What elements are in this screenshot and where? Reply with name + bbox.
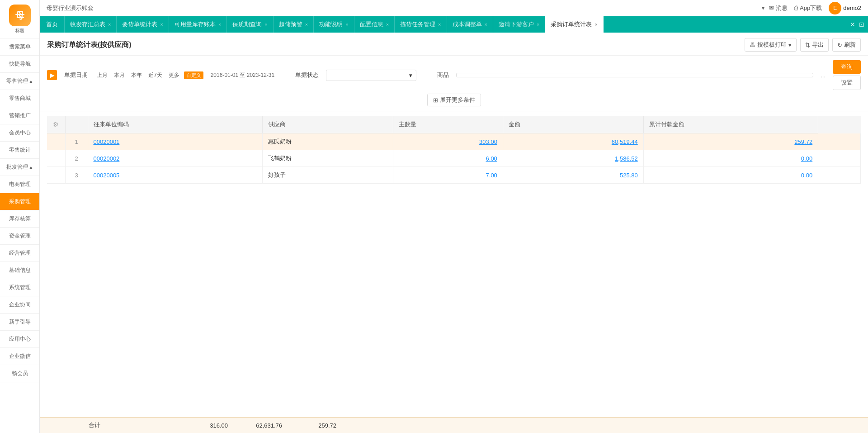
table-row[interactable]: 3 00020005 好孩子 7.00 525.80 0.00	[47, 167, 861, 184]
sidebar-item-retail[interactable]: 零售管理▲	[0, 73, 39, 90]
tab-demand-summary[interactable]: 要货单统计表×	[117, 16, 169, 33]
sidebar-item-appcenter[interactable]: 应用中心	[0, 331, 39, 348]
qty-col-header: 主数量	[393, 116, 503, 133]
sidebar-item-finance[interactable]: 资金管理	[0, 228, 39, 245]
sidebar: 母 标题 搜索菜单快捷导航零售管理▲零售商城营销推广会员中心零售统计批发管理▲电…	[0, 0, 40, 433]
sidebar-item-search[interactable]: 搜索菜单	[0, 38, 39, 56]
sidebar-item-wholesale[interactable]: 批发管理▲	[0, 159, 39, 176]
tab-close-collect-summary[interactable]: ×	[108, 22, 111, 27]
sidebar-item-newguide[interactable]: 新手引导	[0, 314, 39, 331]
tab-collect-summary[interactable]: 收发存汇总表×	[65, 16, 117, 33]
sidebar-item-vip[interactable]: 畅会员	[0, 365, 39, 382]
username-label: demo2	[843, 5, 861, 11]
table-settings-icon[interactable]: ⚙	[53, 121, 59, 128]
row-supplier-2: 好孩子	[262, 167, 393, 184]
more-filter-icon[interactable]: ...	[821, 72, 826, 79]
goods-input[interactable]	[456, 73, 813, 77]
row-amount-0[interactable]: 60,519.44	[503, 133, 643, 150]
row-paid-2[interactable]: 0.00	[643, 167, 818, 184]
tab-close-func-desc[interactable]: ×	[345, 22, 348, 27]
tab-expiry-query[interactable]: 保质期查询×	[227, 16, 273, 33]
maximize-button[interactable]: ⊡	[859, 21, 864, 28]
sidebar-item-corpwechat[interactable]: 企业微信	[0, 348, 39, 365]
date-more[interactable]: 更多	[167, 71, 181, 80]
status-select[interactable]: ▾	[326, 70, 416, 81]
filter-toggle-button[interactable]: ▶	[47, 70, 57, 80]
tab-purchase-summary[interactable]: 采购订单统计表×	[545, 16, 603, 33]
tab-close-purchase-summary[interactable]: ×	[594, 22, 597, 27]
tab-close-expiry-query[interactable]: ×	[264, 22, 267, 27]
refresh-button[interactable]: ↻ 刷新	[832, 38, 861, 52]
tab-overstock-warn[interactable]: 超储预警×	[274, 16, 314, 33]
tab-close-demand-summary[interactable]: ×	[160, 22, 163, 27]
user-area[interactable]: E demo2	[829, 2, 861, 14]
tab-label-func-desc: 功能说明	[319, 20, 343, 29]
date-last-month[interactable]: 上月	[95, 71, 109, 80]
table-row[interactable]: 2 00020002 飞鹤奶粉 6.00 1,586.52 0.00	[47, 150, 861, 167]
template-print-button[interactable]: 🖶 按模板打印 ▾	[745, 38, 797, 52]
close-tab-button[interactable]: ✕	[850, 21, 855, 28]
logo-area: 母 标题	[0, 0, 39, 38]
export-button[interactable]: ⇅ 导出	[800, 38, 829, 52]
setting-button[interactable]: 设置	[833, 76, 861, 90]
tab-home[interactable]: 首页	[40, 16, 65, 33]
row-checkbox-2[interactable]	[47, 167, 65, 184]
sidebar-item-ops[interactable]: 经营管理	[0, 245, 39, 262]
sidebar-item-basic[interactable]: 基础信息	[0, 262, 39, 279]
page-header: 采购订单统计表(按供应商) 🖶 按模板打印 ▾ ⇅ 导出 ↻ 刷新	[40, 33, 868, 56]
print-dropdown-icon[interactable]: ▾	[788, 42, 792, 48]
message-button[interactable]: ✉ 消息	[769, 4, 788, 12]
tab-label-pick-task: 拣货任务管理	[400, 20, 435, 29]
tab-cost-adjust[interactable]: 成本调整单×	[447, 16, 493, 33]
row-qty-1[interactable]: 6.00	[393, 150, 503, 167]
tab-close-overstock-warn[interactable]: ×	[305, 22, 308, 27]
tab-close-invite-customer[interactable]: ×	[537, 22, 539, 27]
date-label: 单据日期	[64, 71, 88, 79]
app-download-button[interactable]: ⎙ App下载	[794, 4, 822, 12]
row-amount-2[interactable]: 525.80	[503, 167, 643, 184]
tab-close-available-stock[interactable]: ×	[218, 22, 221, 27]
tab-func-desc[interactable]: 功能说明×	[314, 16, 354, 33]
tab-close-config-info[interactable]: ×	[386, 22, 389, 27]
tab-invite-customer[interactable]: 邀请下游客户×	[493, 16, 545, 33]
sidebar-item-ecommerce[interactable]: 电商管理	[0, 176, 39, 193]
row-qty-0[interactable]: 303.00	[393, 133, 503, 150]
tab-close-pick-task[interactable]: ×	[438, 22, 441, 27]
row-supplier-code-2[interactable]: 00020005	[88, 167, 262, 184]
tab-config-info[interactable]: 配置信息×	[354, 16, 395, 33]
row-checkbox-1[interactable]	[47, 150, 65, 167]
query-button[interactable]: 查询	[833, 60, 861, 74]
logo-text: 标题	[15, 28, 24, 33]
page-actions: 🖶 按模板打印 ▾ ⇅ 导出 ↻ 刷新	[745, 38, 861, 52]
date-this-month[interactable]: 本月	[112, 71, 127, 80]
sidebar-item-retail-stat[interactable]: 零售统计	[0, 142, 39, 159]
sidebar-item-purchase[interactable]: 采购管理	[0, 193, 39, 210]
tab-close-cost-adjust[interactable]: ×	[485, 22, 487, 27]
sidebar-item-member[interactable]: 会员中心	[0, 124, 39, 142]
seq-col-header	[65, 116, 88, 133]
status-label: 单据状态	[295, 71, 319, 79]
sidebar-item-retail-shop[interactable]: 零售商城	[0, 90, 39, 107]
row-paid-0[interactable]: 259.72	[643, 133, 818, 150]
row-supplier-code-0[interactable]: 00020001	[88, 133, 262, 150]
row-amount-1[interactable]: 1,586.52	[503, 150, 643, 167]
row-qty-2[interactable]: 7.00	[393, 167, 503, 184]
sidebar-item-stock[interactable]: 库存核算	[0, 210, 39, 228]
date-this-year[interactable]: 本年	[129, 71, 144, 80]
date-custom-tag[interactable]: 自定义	[184, 71, 203, 79]
sidebar-item-system[interactable]: 系统管理	[0, 279, 39, 296]
sidebar-item-shortcut[interactable]: 快捷导航	[0, 56, 39, 73]
row-checkbox-0[interactable]	[47, 133, 65, 150]
row-supplier-code-1[interactable]: 00020002	[88, 150, 262, 167]
topbar-title: 母婴行业演示账套	[47, 4, 757, 12]
sidebar-item-enterprise[interactable]: 企业协同	[0, 296, 39, 314]
row-paid-1[interactable]: 0.00	[643, 150, 818, 167]
topbar-dropdown-icon[interactable]: ▾	[762, 5, 764, 11]
tab-pick-task[interactable]: 拣货任务管理×	[395, 16, 447, 33]
date-7days[interactable]: 近7天	[146, 71, 164, 80]
sidebar-item-marketing[interactable]: 营销推广	[0, 107, 39, 124]
tab-available-stock[interactable]: 可用量库存账本×	[169, 16, 227, 33]
expand-filter-button[interactable]: ⊞ 展开更多条件	[427, 94, 481, 106]
table-row[interactable]: 1 00020001 惠氏奶粉 303.00 60,519.44 259.72	[47, 133, 861, 150]
tabbar: 首页收发存汇总表×要货单统计表×可用量库存账本×保质期查询×超储预警×功能说明×…	[40, 16, 868, 33]
